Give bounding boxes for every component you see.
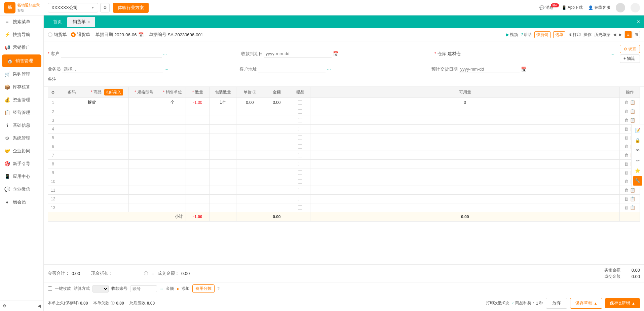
row-product[interactable] (85, 133, 129, 142)
address-dots-icon[interactable]: ··· (327, 67, 331, 72)
row-product[interactable] (85, 160, 129, 168)
warehouse-dots-icon[interactable]: ··· (610, 51, 614, 56)
delete-icon[interactable]: 🗑 (624, 109, 629, 114)
row-barcode[interactable] (58, 195, 85, 203)
row-barcode[interactable] (58, 151, 85, 160)
copy-icon[interactable]: 📋 (630, 196, 635, 201)
sidebar-item-marketing[interactable]: 📢 营销推广 (0, 41, 43, 54)
row-spec[interactable] (129, 116, 159, 125)
row-gift[interactable] (290, 160, 310, 168)
row-product[interactable] (85, 195, 129, 203)
cash-discount-input[interactable] (115, 271, 142, 276)
row-gift[interactable] (290, 133, 310, 142)
company-selector[interactable]: XXXXXX公司 ▼ (48, 3, 98, 12)
row-gift[interactable] (290, 177, 310, 186)
logistics-btn[interactable]: + 物流 (620, 54, 640, 63)
row-unit[interactable] (159, 203, 186, 212)
row-amount[interactable] (263, 125, 290, 133)
sidebar-item-search[interactable]: ≡ 搜索菜单 (0, 15, 43, 28)
tab-sales-order[interactable]: 销货单 × (67, 17, 95, 27)
row-price[interactable] (236, 151, 263, 160)
row-qty[interactable] (186, 133, 210, 142)
online-service-btn[interactable]: 👤 在线客服 (588, 5, 610, 10)
sidebar-item-operations[interactable]: 📋 经营管理 (0, 106, 43, 119)
row-product[interactable] (85, 186, 129, 195)
row-price[interactable] (236, 203, 263, 212)
row-barcode[interactable] (58, 160, 85, 168)
row-product[interactable] (85, 168, 129, 177)
sidebar-item-purchase[interactable]: 🛒 采购管理 (0, 68, 43, 81)
row-packqty[interactable] (210, 151, 236, 160)
trial-button[interactable]: 体验行业方案 (113, 3, 149, 13)
row-unit[interactable] (159, 125, 186, 133)
row-unit[interactable] (159, 142, 186, 151)
customer-address-input[interactable] (258, 66, 326, 73)
delete-icon[interactable]: 🗑 (624, 118, 629, 123)
save-draft-btn[interactable]: 保存草稿 ▲ (570, 298, 603, 309)
select-btn[interactable]: 选单 (553, 31, 565, 38)
row-packqty[interactable] (210, 142, 236, 151)
copy-icon[interactable]: 📋 (630, 100, 635, 105)
row-gift[interactable] (290, 98, 310, 107)
own-info-icon[interactable]: ⓘ (111, 300, 115, 306)
row-price[interactable] (236, 125, 263, 133)
row-packqty[interactable] (210, 186, 236, 195)
row-spec[interactable] (129, 125, 159, 133)
sidebar-item-inventory[interactable]: 📦 库存核算 (0, 81, 43, 93)
row-price[interactable] (236, 160, 263, 168)
row-amount[interactable] (263, 133, 290, 142)
float-star-btn[interactable]: ⭐ (633, 166, 642, 176)
row-price[interactable] (236, 177, 263, 186)
row-product[interactable] (85, 151, 129, 160)
add-btn[interactable]: 添加 (182, 286, 190, 291)
row-packqty[interactable] (210, 160, 236, 168)
salesperson-dots-icon[interactable]: ··· (164, 67, 168, 72)
help-btn[interactable]: ? 帮助 (521, 32, 532, 38)
list-view-btn-1[interactable]: ≡ (624, 31, 632, 38)
delete-icon[interactable]: 🗑 (624, 179, 629, 184)
history-btn[interactable]: 历史单据 (594, 32, 610, 38)
row-spec[interactable] (129, 160, 159, 168)
row-qty[interactable] (186, 160, 210, 168)
row-spec[interactable] (129, 168, 159, 177)
row-gift[interactable] (290, 186, 310, 195)
row-gift[interactable] (290, 151, 310, 160)
row-spec[interactable] (129, 142, 159, 151)
row-product[interactable] (85, 203, 129, 212)
row-price[interactable] (236, 133, 263, 142)
delete-icon[interactable]: 🗑 (624, 205, 629, 210)
row-price[interactable] (236, 142, 263, 151)
row-unit[interactable] (159, 195, 186, 203)
row-barcode[interactable] (58, 168, 85, 177)
copy-icon[interactable]: 📋 (630, 118, 635, 123)
float-edit-btn[interactable]: ✏ (633, 156, 642, 165)
expected-date-input[interactable] (459, 66, 520, 73)
row-barcode[interactable] (58, 186, 85, 195)
row-gift[interactable] (290, 195, 310, 203)
row-amount[interactable] (263, 177, 290, 186)
delete-icon[interactable]: 🗑 (624, 188, 629, 193)
operate-btn[interactable]: 操作 (583, 32, 592, 38)
video-btn[interactable]: ▶ 视频 (506, 32, 518, 38)
sidebar-item-quick-nav[interactable]: ⚡ 快捷导航 (0, 28, 43, 41)
row-qty[interactable] (186, 151, 210, 160)
row-spec[interactable] (129, 98, 159, 107)
nav-prev-icon[interactable]: ◀ (613, 32, 616, 37)
row-qty[interactable] (186, 177, 210, 186)
row-gift[interactable] (290, 168, 310, 177)
settings-gear-btn[interactable]: ⚙ (100, 3, 110, 12)
row-gift[interactable] (290, 107, 310, 116)
salesperson-input[interactable] (62, 66, 163, 73)
expense-split-btn[interactable]: 费用分摊 (192, 284, 215, 293)
row-qty[interactable] (186, 186, 210, 195)
row-barcode[interactable] (58, 203, 85, 212)
row-amount[interactable] (263, 168, 290, 177)
row-gift[interactable] (290, 203, 310, 212)
row-amount[interactable] (263, 151, 290, 160)
row-product[interactable] (85, 177, 129, 186)
scan-btn[interactable]: 扫码录入 (104, 89, 123, 95)
tab-bar-close-icon[interactable]: × (637, 19, 640, 25)
radio-return-order[interactable]: 退货单 (71, 32, 90, 38)
row-amount[interactable] (263, 160, 290, 168)
row-spec[interactable] (129, 195, 159, 203)
